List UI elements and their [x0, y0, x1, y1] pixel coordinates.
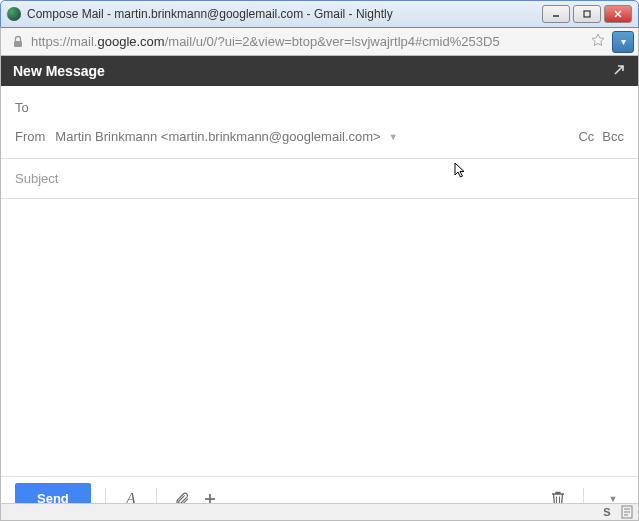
to-label: To — [15, 100, 29, 115]
subject-field[interactable]: Subject — [1, 158, 638, 199]
from-row: From Martin Brinkmann <martin.brinkmann@… — [15, 125, 624, 148]
compose-window: New Message To From Martin Brinkmann <ma… — [0, 56, 639, 521]
compose-header: New Message — [1, 56, 638, 86]
from-label: From — [15, 129, 45, 144]
address-bar[interactable]: https://mail.google.com/mail/u/0/?ui=2&v… — [0, 28, 639, 56]
compose-body[interactable] — [1, 199, 638, 476]
subject-placeholder: Subject — [15, 171, 58, 186]
url-domain: google.com — [97, 34, 164, 49]
cc-button[interactable]: Cc — [578, 129, 594, 144]
window-controls — [542, 5, 632, 23]
from-value: Martin Brinkmann <martin.brinkmann@googl… — [55, 129, 380, 144]
cc-bcc-controls: Cc Bcc — [578, 129, 624, 144]
from-dropdown-icon[interactable]: ▼ — [389, 132, 398, 142]
status-sync-icon[interactable]: S — [600, 505, 614, 519]
popout-icon[interactable] — [612, 63, 626, 80]
lock-icon — [11, 35, 25, 49]
svg-rect-1 — [584, 11, 590, 17]
window-title: Compose Mail - martin.brinkmann@googlema… — [27, 7, 542, 21]
favicon-icon — [7, 7, 21, 21]
maximize-button[interactable] — [573, 5, 601, 23]
to-field[interactable]: To — [15, 96, 624, 125]
close-button[interactable] — [604, 5, 632, 23]
compose-header-title: New Message — [13, 63, 612, 79]
extension-button[interactable]: ▾ — [612, 31, 634, 53]
bcc-button[interactable]: Bcc — [602, 129, 624, 144]
bookmark-star-icon[interactable] — [590, 32, 608, 51]
minimize-button[interactable] — [542, 5, 570, 23]
svg-rect-4 — [14, 41, 22, 47]
status-page-icon[interactable] — [620, 505, 634, 519]
status-bar: S — [0, 503, 639, 521]
recipients-area: To From Martin Brinkmann <martin.brinkma… — [1, 86, 638, 154]
window-titlebar: Compose Mail - martin.brinkmann@googlema… — [0, 0, 639, 28]
url-prefix: https://mail. — [31, 34, 97, 49]
url-suffix: /mail/u/0/?ui=2&view=btop&ver=lsvjwajrtl… — [165, 34, 500, 49]
url-text: https://mail.google.com/mail/u/0/?ui=2&v… — [31, 34, 586, 49]
